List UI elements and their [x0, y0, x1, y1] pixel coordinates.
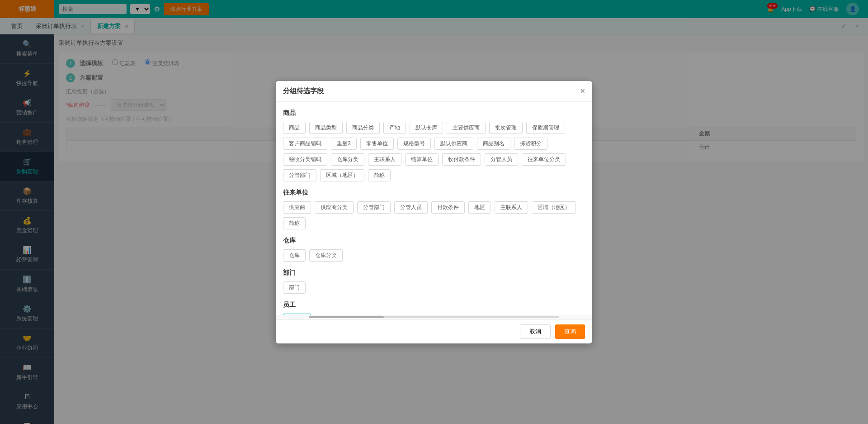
field-region[interactable]: 区域（地区）	[320, 169, 364, 181]
section-department-title: 部门	[283, 269, 585, 277]
field-origin[interactable]: 产地	[383, 122, 406, 134]
section-employee-title: 员工	[283, 301, 585, 309]
section-goods-title: 商品	[283, 109, 585, 117]
cancel-button[interactable]: 取消	[520, 324, 551, 339]
field-weight3[interactable]: 重量3	[331, 138, 357, 150]
warehouse-field-tags: 仓库 仓库分类	[283, 249, 585, 262]
field-batch-mgmt[interactable]: 批次管理	[489, 122, 523, 134]
field-manager[interactable]: 分管人员	[485, 153, 518, 166]
field-default-supplier[interactable]: 默认供应商	[434, 138, 473, 150]
field-short-name2[interactable]: 简称	[283, 217, 306, 229]
field-payment-terms[interactable]: 收付款条件	[442, 153, 481, 166]
field-managing-dept2[interactable]: 分管部门	[357, 201, 391, 214]
section-warehouse-title: 仓库	[283, 237, 585, 245]
field-selection-modal: 分组待选字段 × 商品 商品 商品类型 商品分类 产地 默认仓库 主要供应商 批…	[276, 81, 592, 343]
field-tax-code[interactable]: 税收分类编码	[283, 153, 327, 166]
field-main-contact[interactable]: 主联系人	[368, 153, 401, 166]
confirm-button[interactable]: 查询	[555, 324, 585, 339]
field-source-unit-category[interactable]: 往来单位分类	[522, 153, 566, 166]
field-customer-code[interactable]: 客户商品编码	[283, 138, 327, 150]
modal-close-button[interactable]: ×	[580, 86, 585, 96]
field-managing-staff[interactable]: 分管人员	[394, 201, 428, 214]
field-dept[interactable]: 部门	[283, 281, 306, 294]
field-managing-dept[interactable]: 分管部门	[283, 169, 316, 181]
section-warehouse: 仓库 仓库 仓库分类	[283, 237, 585, 262]
modal-body[interactable]: 商品 商品 商品类型 商品分类 产地 默认仓库 主要供应商 批次管理 保质期管理…	[276, 102, 592, 315]
field-warehouse-category[interactable]: 仓库分类	[331, 153, 364, 166]
field-warehouse-cat[interactable]: 仓库分类	[309, 249, 343, 262]
section-department: 部门 部门	[283, 269, 585, 294]
field-goods-type[interactable]: 商品类型	[309, 122, 343, 134]
hscroll-track	[309, 316, 559, 318]
field-goods-name[interactable]: 商品	[283, 122, 306, 134]
hscroll-thumb	[309, 316, 384, 318]
section-employee: 员工 业务员	[283, 301, 585, 315]
field-goods-alias[interactable]: 商品别名	[477, 138, 510, 150]
field-spec-type[interactable]: 规格型号	[397, 138, 431, 150]
field-shelf-life[interactable]: 保质期管理	[526, 122, 565, 134]
department-field-tags: 部门	[283, 281, 585, 294]
modal-footer: 取消 查询	[276, 319, 592, 343]
section-goods: 商品 商品 商品类型 商品分类 产地 默认仓库 主要供应商 批次管理 保质期管理…	[283, 109, 585, 181]
field-supplier-category[interactable]: 供应商分类	[315, 201, 354, 214]
modal-overlay: 分组待选字段 × 商品 商品 商品类型 商品分类 产地 默认仓库 主要供应商 批…	[0, 0, 868, 424]
field-main-contact2[interactable]: 主联系人	[495, 201, 528, 214]
field-supplier[interactable]: 供应商	[283, 201, 311, 214]
modal-header: 分组待选字段 ×	[276, 81, 592, 102]
field-main-supplier[interactable]: 主要供应商	[447, 122, 486, 134]
field-region2[interactable]: 地区	[468, 201, 491, 214]
field-region3[interactable]: 区域（地区）	[532, 201, 576, 214]
field-payment-condition[interactable]: 付款条件	[431, 201, 465, 214]
section-counterpart-title: 往来单位	[283, 189, 585, 197]
field-default-warehouse[interactable]: 默认仓库	[410, 122, 443, 134]
modal-hscrollbar[interactable]	[276, 315, 592, 319]
section-counterpart: 往来单位 供应商 供应商分类 分管部门 分管人员 付款条件 地区 主联系人 区域…	[283, 189, 585, 229]
goods-field-tags: 商品 商品类型 商品分类 产地 默认仓库 主要供应商 批次管理 保质期管理 客户…	[283, 122, 585, 181]
field-goods-category[interactable]: 商品分类	[346, 122, 380, 134]
counterpart-field-tags: 供应商 供应商分类 分管部门 分管人员 付款条件 地区 主联系人 区域（地区） …	[283, 201, 585, 229]
field-warehouse[interactable]: 仓库	[283, 249, 306, 262]
field-short-name[interactable]: 简称	[368, 169, 391, 181]
field-settlement-unit[interactable]: 结算单位	[405, 153, 439, 166]
field-retail-unit[interactable]: 零售单位	[360, 138, 394, 150]
field-lottery-points[interactable]: 拣货积分	[514, 138, 547, 150]
modal-title: 分组待选字段	[283, 87, 324, 95]
